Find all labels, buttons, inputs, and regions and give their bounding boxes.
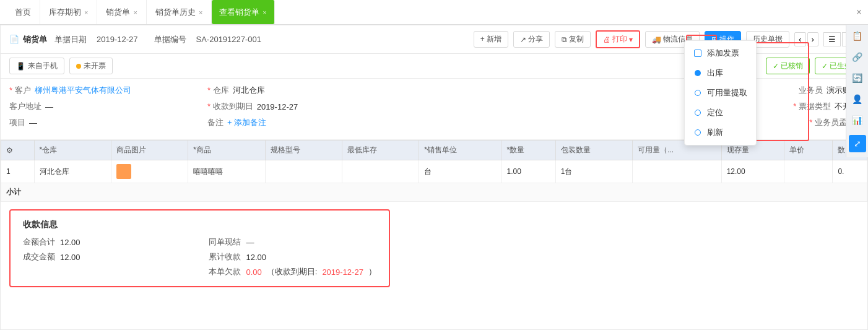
product-image [116,164,131,179]
cumulative-value: 12.00 [246,253,266,262]
tab-sales-close[interactable]: × [133,9,137,16]
cell-product: 嘻嘻嘻嘻 [188,160,265,183]
cell-spec [265,160,342,183]
share-icon: ↗ [520,35,526,44]
nav-arrows: ‹ › [794,32,818,46]
dropdown-refresh[interactable]: 刷新 [685,123,756,142]
arrears-label: 本单欠款 [209,266,241,277]
right-sidebar: 📋 🔗 🔄 👤 📊 ⤢ [846,25,868,157]
outbound-label: 出库 [707,67,723,79]
effective-icon: ✓ [822,62,828,71]
outbound-icon [693,69,702,77]
next-button[interactable]: › [807,32,818,46]
doc-number-value: SA-20191227-001 [196,35,262,44]
remark-field: 备注 + 添加备注 [207,117,381,128]
col-product: *商品 [188,141,265,160]
deal-amount-item: 成交金额 12.00 [23,251,190,263]
same-order-label: 同单现结 [209,237,241,248]
sidebar-icon-link[interactable]: 🔗 [851,51,864,63]
deal-amount-value: 12.00 [60,253,80,262]
tab-sales[interactable]: 销货单 × [97,0,146,24]
list-view-button[interactable]: ☰ [823,32,841,46]
col-spec: 规格型号 [265,141,342,160]
share-label: 分享 [528,34,543,45]
address-field: 客户地址 — [9,101,183,112]
tab-inventory[interactable]: 库存期初 × [40,0,97,24]
refresh-icon [693,128,702,137]
from-mobile-button[interactable]: 📱 来自手机 [9,58,64,74]
customer-label: 客户 [9,85,31,96]
sidebar-icon-user[interactable]: 👤 [851,93,864,105]
dropdown-add-invoice[interactable]: 添加发票 [685,43,756,63]
cell-pkg-qty: 1台 [555,160,632,183]
cell-price [784,160,833,183]
doc-number-label: 单据编号 [154,34,186,45]
logistics-icon: 🚚 [652,35,661,44]
add-invoice-label: 添加发票 [707,48,739,59]
cell-img [111,160,188,183]
tab-inventory-close[interactable]: × [84,9,88,16]
due-date-suffix: ） [368,266,376,277]
customer-value[interactable]: 柳州粤港平安气体有限公司 [35,85,131,96]
tab-home[interactable]: 首页 [6,0,40,24]
cell-stock: 12.00 [721,160,784,183]
cancelled-status-button[interactable]: ✓ 已核销 [766,58,810,74]
warehouse-label: 仓库 [207,85,229,96]
tab-inventory-label: 库存期初 [49,7,81,18]
tab-view-sales-label: 查看销货单 [219,7,259,18]
cell-warehouse: 河北仓库 [34,160,111,183]
dropdown-outbound[interactable]: 出库 [685,63,756,83]
cell-extra: 0. [833,160,867,183]
cumulative-label: 累计收款 [209,251,241,263]
project-value: — [29,118,37,128]
dropdown-locate[interactable]: 定位 [685,103,756,123]
add-remark-button[interactable]: + 添加备注 [227,117,266,128]
amount-label: 金额合计 [23,237,55,248]
unconfirmed-button[interactable]: 未开票 [69,58,113,74]
cell-qty: 1.00 [501,160,555,183]
doc-actions: + 新增 ↗ 分享 ⧉ 复制 🖨 打印 ▾ 🚚 物流信息 [474,30,859,48]
tab-sales-history[interactable]: 销货单历史 × [147,0,212,24]
address-label: 客户地址 [9,101,41,112]
copy-button[interactable]: ⧉ 复制 [555,31,591,48]
tab-sales-label: 销货单 [106,7,130,18]
tab-bar: 首页 库存期初 × 销货单 × 销货单历史 × 查看销货单 × × [0,0,868,25]
warehouse-value: 河北仓库 [233,85,265,96]
amount-item: 金额合计 12.00 [23,237,190,248]
share-button[interactable]: ↗ 分享 [513,31,550,48]
salesman-label: 业务员孟 [809,117,847,128]
sidebar-icon-clipboard[interactable]: 📋 [851,30,864,42]
status-buttons: ✓ 已核销 ✓ 已生效 [766,58,859,74]
subtotal-row: 小计 [1,183,867,202]
new-button[interactable]: + 新增 [474,31,508,48]
col-min-stock: 最低库存 [342,141,419,160]
print-button[interactable]: 🖨 打印 ▾ [596,30,640,48]
doc-date-label: 单据日期 [54,34,87,45]
tab-sales-history-label: 销货单历史 [155,7,196,18]
tab-view-sales-close[interactable]: × [263,9,266,16]
amount-value: 12.00 [60,238,80,247]
print-arrow: ▾ [629,35,633,44]
tab-view-sales[interactable]: 查看销货单 × [212,0,274,24]
history-label: 历史单据 [753,34,783,45]
doc-info: 单据日期 2019-12-27 单据编号 SA-20191227-001 [54,34,261,45]
project-field: 项目 — [9,117,183,128]
payment-info-section: 收款信息 金额合计 12.00 同单现结 — 成交金额 12.00 累计收款 1… [9,209,390,287]
available-qty-label: 可用量提取 [707,87,747,98]
sidebar-icon-refresh[interactable]: 🔄 [851,72,864,84]
table-wrapper: ⚙ *仓库 商品图片 *商品 规格型号 最低库存 *销售单位 *数量 包装数量 … [1,140,867,202]
col-settings[interactable]: ⚙ [1,141,35,160]
dropdown-available-qty[interactable]: 可用量提取 [685,83,756,103]
cell-available [633,160,721,183]
sidebar-icon-expand[interactable]: ⤢ [849,135,866,152]
locate-label: 定位 [707,107,723,118]
payment-title: 收款信息 [23,219,376,230]
prev-button[interactable]: ‹ [794,32,805,46]
global-close-button[interactable]: × [856,7,862,18]
sidebar-icon-chart[interactable]: 📊 [851,114,864,126]
from-mobile-label: 来自手机 [28,61,58,71]
payment-grid: 金额合计 12.00 同单现结 — 成交金额 12.00 累计收款 12.00 … [23,237,376,277]
unconfirmed-icon [76,64,81,69]
tab-sales-history-close[interactable]: × [199,9,202,16]
col-warehouse: *仓库 [34,141,111,160]
